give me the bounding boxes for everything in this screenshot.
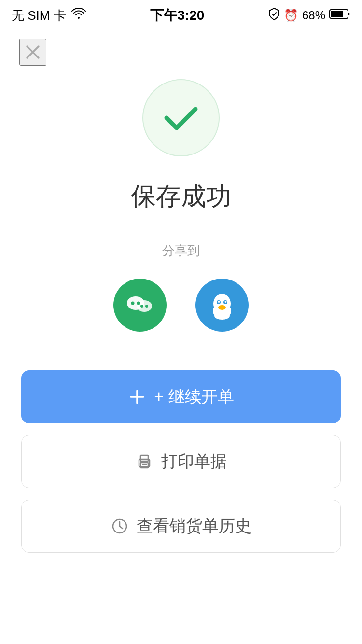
- share-divider: 分享到: [0, 242, 362, 259]
- action-buttons: + 继续开单 打印单据 查看销货单历史: [0, 370, 362, 553]
- success-icon-wrapper: [142, 79, 220, 156]
- svg-rect-22: [140, 455, 148, 461]
- history-icon: [111, 517, 129, 535]
- main-content: 保存成功 分享到: [0, 31, 362, 553]
- alarm-icon: ⏰: [284, 9, 298, 22]
- svg-point-8: [140, 305, 143, 308]
- wifi-icon: [71, 8, 86, 23]
- print-button[interactable]: 打印单据: [21, 435, 341, 488]
- qq-share-button[interactable]: [195, 279, 249, 332]
- plus-icon: [128, 388, 146, 406]
- battery-icon: [329, 8, 350, 23]
- svg-point-14: [225, 301, 227, 303]
- svg-point-26: [140, 461, 142, 462]
- status-bar: 无 SIM 卡 下午3:20 ⏰ 68%: [0, 0, 362, 31]
- no-sim-text: 无 SIM 卡: [12, 7, 66, 24]
- svg-point-9: [145, 305, 148, 308]
- status-right: ⏰ 68%: [268, 7, 350, 24]
- battery-percent: 68%: [302, 9, 325, 22]
- svg-point-18: [225, 306, 231, 316]
- history-button[interactable]: 查看销货单历史: [21, 500, 341, 553]
- continue-label: + 继续开单: [154, 386, 234, 408]
- svg-rect-1: [331, 11, 343, 17]
- continue-button[interactable]: + 继续开单: [21, 370, 341, 423]
- location-icon: [268, 7, 280, 24]
- close-button[interactable]: [19, 39, 46, 66]
- status-time: 下午3:20: [150, 6, 204, 25]
- svg-point-13: [218, 301, 220, 303]
- svg-point-15: [218, 305, 226, 310]
- share-icons: [113, 279, 249, 332]
- divider-line-right: [209, 251, 333, 251]
- checkmark-icon: [159, 96, 203, 140]
- svg-point-6: [131, 302, 135, 305]
- share-label: 分享到: [153, 242, 209, 259]
- wechat-share-button[interactable]: [113, 279, 167, 332]
- print-label: 打印单据: [161, 450, 227, 473]
- divider-line-left: [29, 251, 153, 251]
- print-icon: [135, 452, 153, 471]
- status-left: 无 SIM 卡: [12, 7, 86, 24]
- svg-point-17: [213, 306, 219, 316]
- history-label: 查看销货单历史: [137, 515, 251, 537]
- svg-point-7: [137, 302, 140, 305]
- success-title: 保存成功: [131, 180, 231, 213]
